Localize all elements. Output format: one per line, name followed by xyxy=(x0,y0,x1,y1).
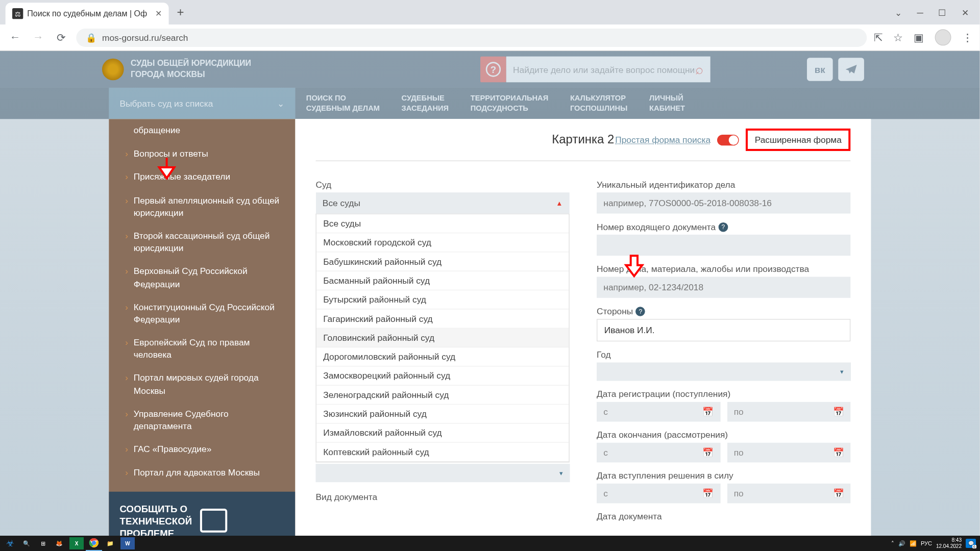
task-view-icon[interactable]: ⊞ xyxy=(35,536,51,551)
word-icon[interactable]: W xyxy=(120,537,135,549)
menu-icon[interactable]: ⋮ xyxy=(962,31,973,44)
excel-icon[interactable]: X xyxy=(69,537,84,549)
parties-label: Стороны ? xyxy=(597,306,850,316)
sidebar-item-8[interactable]: ›Портал мировых судей города Москвы xyxy=(109,367,295,403)
court-select-bottom[interactable]: ▾ xyxy=(316,464,570,482)
profile-avatar[interactable] xyxy=(935,29,951,45)
court-option[interactable]: Бабушкинский районный суд xyxy=(316,253,569,271)
sidebar-item-6[interactable]: ›Конституционный Суд Российской Федераци… xyxy=(109,295,295,331)
court-option[interactable]: Московский городской суд xyxy=(316,233,569,252)
court-option[interactable]: Дорогомиловский районный суд xyxy=(316,347,569,366)
address-bar[interactable]: 🔒 mos-gorsud.ru/search xyxy=(76,28,867,46)
sidebar-item-9[interactable]: ›Управление Судебного департамента xyxy=(109,403,295,438)
calendar-icon: 📅 xyxy=(702,488,713,498)
chevron-down-icon[interactable]: ⌄ xyxy=(895,7,902,17)
sidebar-item-7[interactable]: ›Европейский Суд по правам человека xyxy=(109,331,295,367)
chrome-icon[interactable] xyxy=(86,536,102,551)
clock[interactable]: 8:43 12.04.2022 xyxy=(936,537,962,549)
volume-icon[interactable]: 🔊 xyxy=(898,540,905,547)
search-taskbar-icon[interactable]: 🔍 xyxy=(18,536,35,551)
sidebar-item-11[interactable]: ›Портал для адвокатов Москвы xyxy=(109,461,295,485)
sidebar-item-4[interactable]: ›Второй кассационный суд общей юрисдикци… xyxy=(109,224,295,260)
end-date-from[interactable]: с📅 xyxy=(597,443,720,463)
sidebar-item-5[interactable]: ›Верховный Суд Российской Федерации xyxy=(109,260,295,296)
firefox-icon[interactable]: 🦊 xyxy=(51,536,67,551)
reload-button[interactable]: ⟳ xyxy=(53,31,69,44)
incoming-input[interactable] xyxy=(597,235,850,256)
chevron-right-icon: › xyxy=(125,265,128,290)
sidebar-item-10[interactable]: ›ГАС «Правосудие» xyxy=(109,438,295,462)
chevron-right-icon: › xyxy=(125,408,128,433)
court-select[interactable]: Все суды ▲ xyxy=(316,192,570,213)
maximize-button[interactable]: ☐ xyxy=(938,7,946,17)
forward-button[interactable]: → xyxy=(30,31,46,43)
force-date-to[interactable]: по📅 xyxy=(727,484,850,504)
sidebar-item-0[interactable]: ›обращение xyxy=(109,119,295,142)
sidebar-item-3[interactable]: ›Первый апелляционный суд общей юрисдикц… xyxy=(109,189,295,224)
chat-icon xyxy=(200,509,227,533)
tab-close-icon[interactable]: ✕ xyxy=(155,9,162,18)
tray-expand-icon[interactable]: ˄ xyxy=(891,540,894,547)
reg-date-from[interactable]: с📅 xyxy=(597,402,720,422)
biohazard-icon[interactable]: ☣ xyxy=(2,536,18,551)
help-icon[interactable]: ? xyxy=(636,307,646,316)
force-date-label: Дата вступления решения в силу xyxy=(597,470,850,481)
end-date-to[interactable]: по📅 xyxy=(727,443,850,463)
language-indicator[interactable]: РУС xyxy=(921,540,932,546)
case-num-input[interactable] xyxy=(597,277,850,298)
taskbar: ☣ 🔍 ⊞ 🦊 X 📁 W ˄ 🔊 📶 РУС 8:43 12.04.2022 … xyxy=(0,536,980,551)
sidebar-item-1[interactable]: ›Вопросы и ответы xyxy=(109,142,295,166)
browser-tab[interactable]: ⚖ Поиск по судебным делам | Оф ✕ xyxy=(6,3,169,24)
minimize-button[interactable]: ─ xyxy=(917,7,923,17)
tab-title: Поиск по судебным делам | Оф xyxy=(27,9,151,18)
annotation-arrow-icon xyxy=(624,255,644,279)
chevron-right-icon: › xyxy=(125,301,128,325)
back-button[interactable]: ← xyxy=(7,31,23,43)
help-icon[interactable]: ? xyxy=(719,222,728,232)
lock-icon: 🔒 xyxy=(86,32,96,42)
parties-input[interactable] xyxy=(597,319,850,341)
wifi-icon[interactable]: 📶 xyxy=(910,540,917,547)
share-icon[interactable]: ⇱ xyxy=(874,31,883,44)
chevron-right-icon: › xyxy=(125,467,128,479)
year-select[interactable]: ▾ xyxy=(597,362,850,381)
calendar-icon: 📅 xyxy=(833,488,844,498)
simple-form-link[interactable]: Простая форма поиска xyxy=(615,135,710,145)
svg-point-1 xyxy=(92,541,96,545)
force-date-from[interactable]: с📅 xyxy=(597,484,720,504)
court-option[interactable]: Все суды xyxy=(316,214,569,233)
court-dropdown: Все судыМосковский городской судБабушкин… xyxy=(316,214,570,463)
uid-label: Уникальный идентификатор дела xyxy=(597,180,850,190)
new-tab-button[interactable]: + xyxy=(177,5,184,19)
end-date-label: Дата окончания (рассмотрения) xyxy=(597,430,850,440)
close-window-button[interactable]: ✕ xyxy=(962,7,969,17)
calendar-icon: 📅 xyxy=(833,407,844,417)
logo-emblem xyxy=(102,59,124,81)
extensions-icon[interactable]: ▣ xyxy=(914,31,924,44)
court-option[interactable]: Головинский районный суд xyxy=(316,329,569,347)
year-label: Год xyxy=(597,349,850,360)
caret-down-icon: ▾ xyxy=(559,469,563,477)
bookmark-icon[interactable]: ☆ xyxy=(893,31,903,44)
court-option[interactable]: Коптевский районный суд xyxy=(316,443,569,462)
court-option[interactable]: Замоскворецкий районный суд xyxy=(316,366,569,385)
court-option[interactable]: Зюзинский районный суд xyxy=(316,405,569,423)
url-text: mos-gorsud.ru/search xyxy=(102,32,188,42)
sidebar: ›обращение›Вопросы и ответы›Присяжные за… xyxy=(109,119,295,550)
court-option[interactable]: Бутырский районный суд xyxy=(316,290,569,309)
calendar-icon: 📅 xyxy=(833,447,844,458)
chevron-right-icon: › xyxy=(125,372,128,397)
notifications-icon[interactable]: 6 💬 xyxy=(966,539,976,548)
form-toggle-switch[interactable] xyxy=(717,134,739,145)
explorer-icon[interactable]: 📁 xyxy=(102,536,118,551)
doc-type-label: Вид документа xyxy=(316,492,570,502)
incoming-label: Номер входящего документа ? xyxy=(597,222,850,232)
uid-input[interactable] xyxy=(597,192,850,213)
reg-date-to[interactable]: по📅 xyxy=(727,402,850,422)
court-option[interactable]: Гагаринский районный суд xyxy=(316,310,569,329)
sidebar-item-2[interactable]: ›Присяжные заседатели xyxy=(109,165,295,189)
chevron-right-icon: › xyxy=(125,194,128,219)
court-option[interactable]: Басманный районный суд xyxy=(316,271,569,290)
court-option[interactable]: Зеленоградский районный суд xyxy=(316,386,569,405)
court-option[interactable]: Измайловский районный суд xyxy=(316,423,569,442)
